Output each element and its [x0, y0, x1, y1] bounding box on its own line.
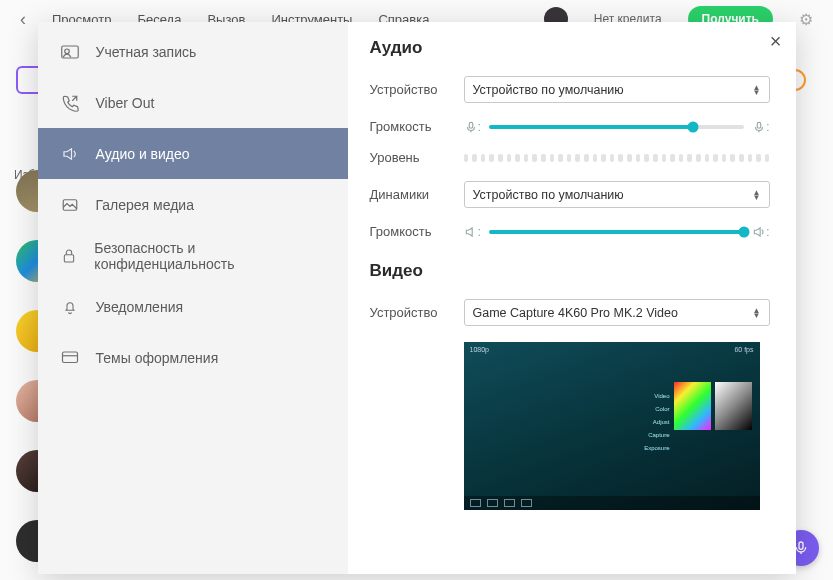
- sidebar-item-viber-out[interactable]: Viber Out: [38, 77, 348, 128]
- sidebar-item-media-gallery[interactable]: Галерея медиа: [38, 179, 348, 230]
- speaker-low-icon: :: [464, 224, 482, 239]
- svg-rect-7: [757, 122, 761, 128]
- speaker-icon: [60, 145, 80, 163]
- settings-panel: × Аудио Устройство Устройство по умолчан…: [348, 22, 796, 574]
- phone-out-icon: [60, 94, 80, 112]
- sidebar-item-themes[interactable]: Темы оформления: [38, 332, 348, 383]
- mic-low-icon: :: [464, 119, 482, 134]
- sidebar-item-privacy[interactable]: Безопасность и конфиденциальность: [38, 230, 348, 281]
- speakers-label: Динамики: [370, 187, 464, 202]
- video-device-select[interactable]: Game Capture 4K60 Pro MK.2 Video ▲▼: [464, 299, 770, 326]
- svg-point-2: [64, 49, 69, 54]
- mic-level-meter: [464, 154, 770, 162]
- sidebar-item-label: Галерея медиа: [96, 197, 194, 213]
- mic-device-label: Устройство: [370, 82, 464, 97]
- sidebar-item-notifications[interactable]: Уведомления: [38, 281, 348, 332]
- sidebar-item-label: Темы оформления: [96, 350, 219, 366]
- svg-rect-4: [64, 254, 73, 261]
- sidebar-item-account[interactable]: Учетная запись: [38, 26, 348, 77]
- theme-icon: [60, 350, 80, 366]
- sidebar-item-label: Безопасность и конфиденциальность: [94, 240, 325, 272]
- account-icon: [60, 45, 80, 59]
- sidebar-item-label: Аудио и видео: [96, 146, 190, 162]
- spk-volume-label: Громкость: [370, 224, 464, 239]
- sidebar-item-label: Учетная запись: [96, 44, 197, 60]
- lock-icon: [60, 247, 79, 265]
- settings-modal: Учетная запись Viber Out Аудио и видео Г…: [38, 22, 796, 574]
- mic-device-value: Устройство по умолчанию: [473, 83, 624, 97]
- mic-high-icon: :: [752, 119, 770, 134]
- bell-icon: [60, 298, 80, 316]
- sidebar-item-audio-video[interactable]: Аудио и видео: [38, 128, 348, 179]
- audio-section-title: Аудио: [370, 38, 770, 58]
- mic-volume-slider[interactable]: [489, 125, 744, 129]
- settings-modal-overlay: Учетная запись Viber Out Аудио и видео Г…: [0, 0, 833, 580]
- speaker-high-icon: :: [752, 224, 770, 239]
- svg-rect-6: [469, 122, 473, 128]
- speakers-select[interactable]: Устройство по умолчанию ▲▼: [464, 181, 770, 208]
- mic-level-label: Уровень: [370, 150, 464, 165]
- sidebar-item-label: Viber Out: [96, 95, 155, 111]
- select-chevron-icon: ▲▼: [753, 308, 761, 318]
- svg-rect-5: [62, 352, 77, 363]
- mic-device-select[interactable]: Устройство по умолчанию ▲▼: [464, 76, 770, 103]
- select-chevron-icon: ▲▼: [753, 85, 761, 95]
- spk-volume-slider[interactable]: [489, 230, 744, 234]
- select-chevron-icon: ▲▼: [753, 190, 761, 200]
- video-section-title: Видео: [370, 261, 770, 281]
- speakers-value: Устройство по умолчанию: [473, 188, 624, 202]
- gallery-icon: [60, 196, 80, 214]
- close-button[interactable]: ×: [770, 30, 782, 53]
- mic-volume-label: Громкость: [370, 119, 464, 134]
- settings-sidebar: Учетная запись Viber Out Аудио и видео Г…: [38, 22, 348, 574]
- video-device-label: Устройство: [370, 305, 464, 320]
- sidebar-item-label: Уведомления: [96, 299, 184, 315]
- video-device-value: Game Capture 4K60 Pro MK.2 Video: [473, 306, 678, 320]
- video-preview: 1080p60 fps VideoColorAdjustCaptureExpos…: [464, 342, 760, 510]
